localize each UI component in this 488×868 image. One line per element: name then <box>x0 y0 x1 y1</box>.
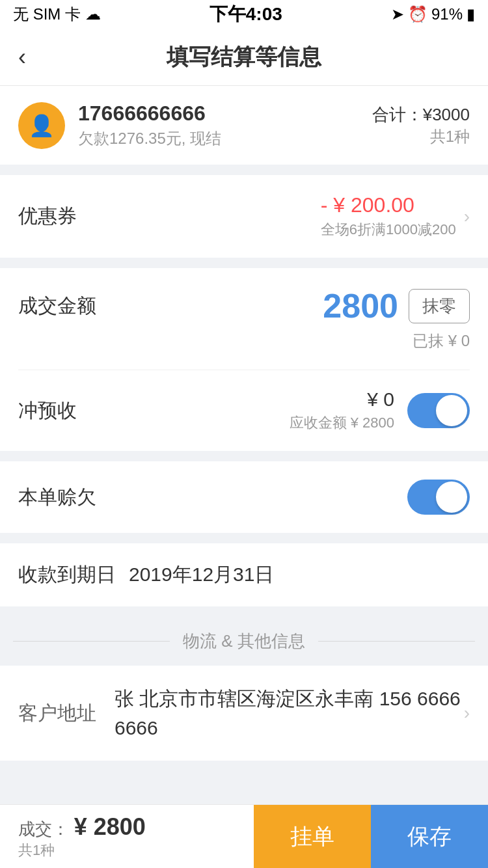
pre-collect-label: 冲预收 <box>18 398 77 424</box>
avatar-icon: 👤 <box>29 113 55 138</box>
back-button[interactable]: ‹ <box>18 44 26 71</box>
footer-deal-label: 成交： <box>18 819 69 839</box>
logistics-divider-text: 物流 & 其他信息 <box>183 630 305 653</box>
user-info-row: 👤 17666666666 欠款1276.35元, 现结 合计：¥3000 共1… <box>0 86 488 165</box>
debit-label: 本单赊欠 <box>18 484 96 511</box>
total-value: ¥3000 <box>423 105 470 124</box>
deal-amount-value: 2800 <box>323 286 398 325</box>
pre-collect-toggle[interactable] <box>407 393 470 428</box>
footer: 成交： ¥ 2800 共1种 挂单 保存 <box>0 804 488 868</box>
alarm-icon: ⏰ <box>408 5 427 23</box>
divider-line-right <box>318 641 475 642</box>
nav-bar: ‹ 填写结算等信息 <box>0 29 488 86</box>
sim-status: 无 SIM 卡 ☁ <box>13 4 101 25</box>
footer-info: 成交： ¥ 2800 共1种 <box>0 813 254 860</box>
due-date-row: 收款到期日 2019年12月31日 <box>0 543 488 606</box>
address-value: 张 北京市市辖区海淀区永丰南 156 6666 6666 <box>115 684 464 742</box>
debit-toggle[interactable] <box>407 480 470 515</box>
logistics-divider: 物流 & 其他信息 <box>0 617 488 666</box>
divider-line-left <box>13 641 170 642</box>
debit-toggle-knob <box>436 481 467 513</box>
status-time: 下午4:03 <box>210 2 282 27</box>
coupon-discount: - ¥ 200.00 <box>321 193 456 217</box>
battery-level: 91% <box>431 5 463 23</box>
toggle-knob <box>436 395 467 426</box>
total-count: 共1种 <box>372 126 470 147</box>
amount-section: 成交金额 2800 抹零 已抹 ¥ 0 冲预收 ¥ 0 应收金额 ¥ 2800 <box>0 268 488 451</box>
coupon-label: 优惠券 <box>18 203 77 230</box>
user-subtitle: 欠款1276.35元, 现结 <box>78 128 221 149</box>
status-left: 无 SIM 卡 ☁ <box>13 4 101 25</box>
address-chevron-icon: › <box>464 703 470 724</box>
page-title: 填写结算等信息 <box>167 42 321 72</box>
footer-count: 共1种 <box>18 841 236 860</box>
address-row[interactable]: 客户地址 张 北京市市辖区海淀区永丰南 156 6666 6666 › <box>0 666 488 761</box>
location-icon: ➤ <box>391 5 404 23</box>
deal-amount-row: 成交金额 2800 抹零 已抹 ¥ 0 <box>0 268 488 370</box>
save-button[interactable]: 保存 <box>371 805 488 869</box>
avatar: 👤 <box>18 102 65 149</box>
user-phone: 17666666666 <box>78 102 221 126</box>
pre-collect-row: 冲预收 ¥ 0 应收金额 ¥ 2800 <box>0 370 488 451</box>
due-date-label: 收款到期日 <box>18 562 116 588</box>
status-bar: 无 SIM 卡 ☁ 下午4:03 ➤ ⏰ 91% ▮ <box>0 0 488 29</box>
pre-collect-value: ¥ 0 <box>290 388 394 411</box>
total-label: 合计：¥3000 <box>372 103 470 126</box>
debit-row: 本单赊欠 <box>0 461 488 533</box>
pre-collect-sub: 应收金额 ¥ 2800 <box>290 413 394 433</box>
hang-button[interactable]: 挂单 <box>254 805 371 869</box>
coupon-row[interactable]: 优惠券 - ¥ 200.00 全场6折满1000减200 › <box>0 175 488 258</box>
round-button[interactable]: 抹零 <box>409 289 470 323</box>
battery-icon: ▮ <box>467 5 475 23</box>
deal-amount-label: 成交金额 <box>18 293 96 319</box>
deal-amount-sub: 已抹 ¥ 0 <box>18 331 470 351</box>
status-right: ➤ ⏰ 91% ▮ <box>391 5 475 23</box>
due-date-value: 2019年12月31日 <box>129 562 274 588</box>
coupon-chevron-icon: › <box>464 206 470 227</box>
coupon-desc: 全场6折满1000减200 <box>321 220 456 239</box>
address-label: 客户地址 <box>18 700 96 727</box>
footer-amount: ¥ 2800 <box>74 813 146 840</box>
